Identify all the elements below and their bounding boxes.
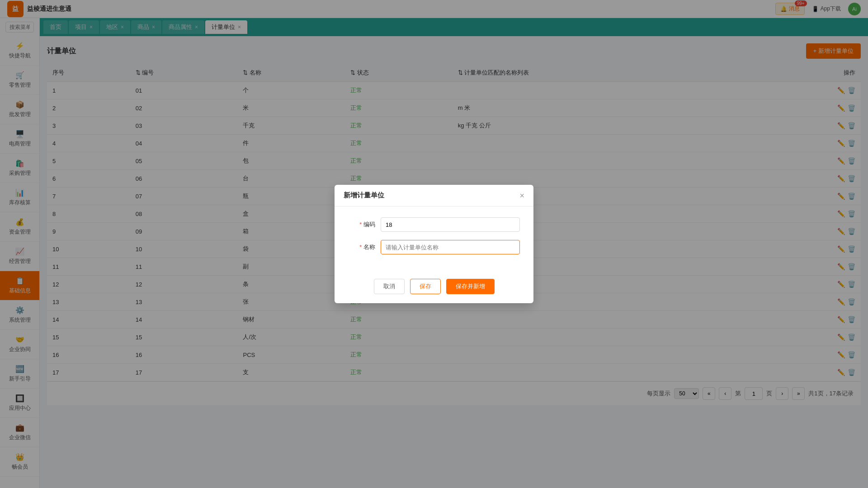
modal-title: 新增计量单位 bbox=[344, 191, 384, 200]
modal-header: 新增计量单位 × bbox=[335, 185, 533, 206]
save-add-button[interactable]: 保存并新增 bbox=[446, 279, 495, 294]
name-form-row: 名称 bbox=[348, 240, 520, 254]
modal-close-button[interactable]: × bbox=[519, 192, 524, 200]
cancel-button[interactable]: 取消 bbox=[374, 279, 405, 294]
name-label: 名称 bbox=[348, 243, 375, 251]
name-input[interactable] bbox=[381, 240, 520, 254]
add-unit-modal: 新增计量单位 × 编码 名称 取消 保存 保存并新增 bbox=[335, 185, 533, 303]
code-form-row: 编码 bbox=[348, 217, 520, 232]
modal-body: 编码 名称 bbox=[335, 206, 533, 273]
save-button[interactable]: 保存 bbox=[410, 279, 441, 294]
modal-footer: 取消 保存 保存并新增 bbox=[335, 273, 533, 303]
modal-overlay[interactable]: 新增计量单位 × 编码 名称 取消 保存 保存并新增 bbox=[0, 0, 868, 488]
code-label: 编码 bbox=[348, 221, 375, 229]
code-input[interactable] bbox=[381, 217, 520, 232]
